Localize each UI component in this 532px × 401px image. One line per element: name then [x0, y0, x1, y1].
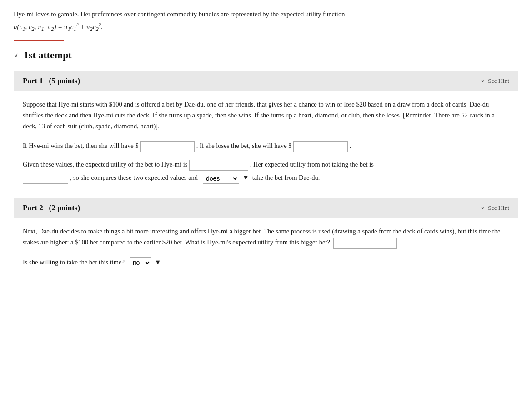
part1-title: Part 1 (5 points) — [23, 76, 80, 86]
input-eu-no-bet[interactable] — [23, 173, 68, 184]
part2-body-text: Next, Dae-du decides to make things a bi… — [23, 226, 509, 249]
part2-line2: Is she willing to take the bet this time… — [23, 256, 509, 269]
part2-section: Part 2 (2 points) ⚬ See Hint Next, Dae-d… — [14, 198, 518, 269]
part2-willing-select[interactable]: no yes — [130, 257, 151, 268]
chevron-down-icon[interactable]: ∨ — [14, 51, 18, 59]
part2-see-hint[interactable]: ⚬ See Hint — [480, 204, 509, 212]
part1-line3-after: take the bet from Dae-du. — [252, 174, 320, 181]
part1-does-select[interactable]: does does not — [203, 173, 239, 184]
intro-text: Hye-mi loves to gamble. Her preferences … — [14, 9, 518, 20]
lightbulb-icon: ⚬ — [480, 77, 486, 85]
intro-formula: u(c1, c2, π1, π2) = π1c12 + π2c22. — [14, 22, 518, 33]
part1-line2-before: Given these values, the expected utility… — [23, 161, 187, 168]
part1-section: Part 1 (5 points) ⚬ See Hint Suppose tha… — [14, 71, 518, 184]
attempt-header: ∨ 1st attempt — [14, 49, 518, 61]
input-loses[interactable] — [293, 141, 348, 152]
part1-line1-after: . — [350, 142, 351, 149]
part1-header: Part 1 (5 points) ⚬ See Hint — [14, 71, 518, 91]
part1-body-text: Suppose that Hye-mi starts with $100 and… — [23, 99, 509, 132]
part1-line1-mid: . If she loses the bet, she will have $ — [196, 142, 292, 149]
part1-line3-before: , so she compares these two expected val… — [70, 174, 198, 181]
part2-line2-before: Is she willing to take the bet this time… — [23, 259, 125, 266]
lightbulb-icon-2: ⚬ — [480, 204, 486, 212]
section-divider — [14, 40, 64, 41]
input-eu-bet[interactable] — [189, 160, 248, 171]
part1-line1: If Hye-mi wins the bet, then she will ha… — [23, 139, 509, 152]
part2-body: Next, Dae-du decides to make things a bi… — [14, 226, 518, 269]
input-wins[interactable] — [140, 141, 195, 152]
input-eu-bigger[interactable] — [333, 238, 397, 249]
part1-line2-3: Given these values, the expected utility… — [23, 158, 509, 184]
part2-header: Part 2 (2 points) ⚬ See Hint — [14, 198, 518, 218]
intro-section: Hye-mi loves to gamble. Her preferences … — [14, 9, 518, 33]
part1-see-hint[interactable]: ⚬ See Hint — [480, 77, 509, 85]
part2-title: Part 2 (2 points) — [23, 203, 80, 213]
part1-line1-before: If Hye-mi wins the bet, then she will ha… — [23, 142, 139, 149]
part1-line2-mid: . Her expected utility from not taking t… — [250, 161, 374, 168]
attempt-title: 1st attempt — [24, 49, 72, 61]
part1-body: Suppose that Hye-mi starts with $100 and… — [14, 99, 518, 184]
